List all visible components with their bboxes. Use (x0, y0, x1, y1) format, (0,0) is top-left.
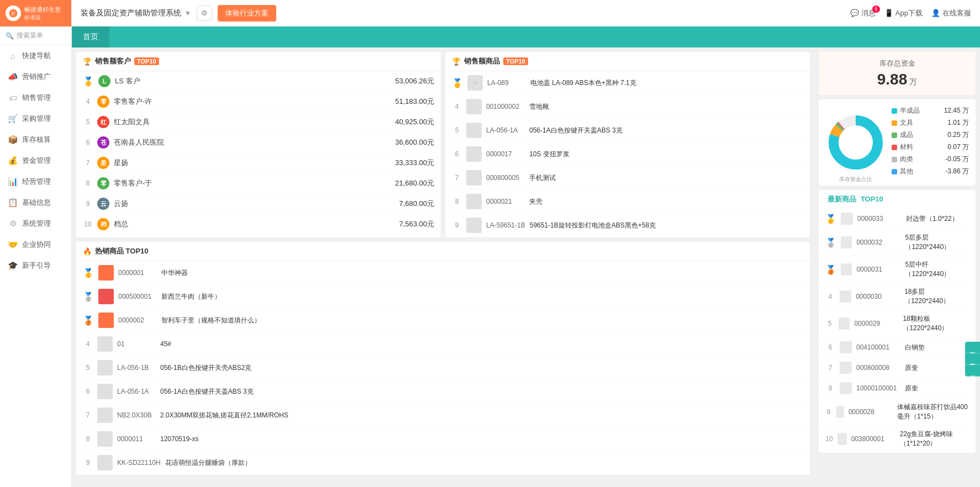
sidebar-item-basic-info[interactable]: 📋 基础信息 (0, 192, 71, 213)
settings-button[interactable]: ⚙ (197, 6, 212, 21)
float-btn-live[interactable]: 直播 (965, 365, 980, 377)
legend-item: 半成品 12.45 万 (892, 106, 969, 115)
table-row: 5 0000029 18颗粒板（1220*2440） (819, 310, 976, 337)
content-body: 🏆 销售额客户 TOP10 🥇 L LS 客户 53,006.26元 (72, 47, 980, 487)
product-name: 59651-1B旋转投影灯电池盒ABS黑色+58克 (530, 221, 656, 230)
sidebar-search[interactable]: 🔍 搜索菜单 (0, 27, 71, 45)
table-row: 6 苍 苍南县人民医院 36,600.00元 (76, 133, 441, 153)
sidebar-item-system[interactable]: ⚙ 系统管理 (0, 213, 71, 234)
sidebar-item-home[interactable]: ⌂ 快捷导航 (0, 45, 71, 66)
avatar: 星 (97, 157, 109, 169)
fire-icon: 🔥 (83, 247, 92, 256)
inventory-value: 9.88 (877, 71, 908, 88)
table-row: 5 LA-056-1A 056-1A白色按键开关盖ABS 3克 (445, 119, 810, 142)
product-image (97, 360, 113, 375)
message-icon: 💬 (850, 9, 859, 17)
trial-button[interactable]: 体验行业方案 (218, 5, 276, 22)
product-name: 花语萌恒温分腿睡袋（厚款） (165, 458, 251, 468)
product-name: 雪地靴 (529, 102, 549, 112)
product-code: 01 (117, 340, 156, 348)
table-row: 9 云 云扬 7,680.00元 (76, 194, 441, 214)
product-image (466, 218, 482, 233)
product-code: KK-SD22110H (117, 459, 161, 467)
sidebar-item-finance[interactable]: 💰 资金管理 (0, 150, 71, 171)
messages-button[interactable]: 💬 消息 6 (850, 8, 876, 18)
table-row: 4 01 45# (76, 332, 810, 356)
customer-name: LS 客户 (115, 76, 391, 86)
tab-home[interactable]: 首页 (72, 27, 109, 47)
product-code: LA-056-1A (117, 388, 156, 395)
table-row: 🥇 Ai LA-089 电池盖 LA-089 ABS本色+黑种 7.1克 (445, 71, 810, 95)
hot-products-list: 🥇 0000001 中华神器 🥈 000500001 新西兰牛肉（新牛） (76, 261, 810, 475)
product-name: 原奎 (905, 363, 918, 373)
product-name: 18多层（1220*2440） (904, 287, 969, 306)
rank-num: 8 (83, 435, 93, 443)
table-row: 5 LA-056-1B 056-1B白色按键开关壳ABS2克 (76, 356, 810, 380)
tab-bar: 首页 (72, 27, 980, 47)
sidebar-item-guide[interactable]: 🎓 新手引导 (0, 255, 71, 276)
product-image (836, 406, 844, 418)
system-selector[interactable]: 装备及固定资产辅助管理系统 ▼ (81, 8, 191, 18)
sidebar-item-inventory[interactable]: 📦 库存核算 (0, 129, 71, 150)
product-image (840, 362, 852, 374)
product-name: 封边带（1.0*22） (906, 214, 958, 224)
medal-icon: 🥇 (83, 76, 94, 87)
rank-num: 5 (452, 126, 462, 134)
product-code: 0000033 (857, 215, 902, 223)
product-code: 10000100001 (856, 384, 900, 392)
rank-num: 9 (83, 459, 93, 467)
rank-num: 8 (825, 384, 835, 392)
sidebar-item-sales[interactable]: 🏷 销售管理 (0, 87, 71, 108)
donut-chart-section: 库存资金占比 半成品 12.45 万 文具 1.01 万 (819, 99, 976, 186)
product-name: 22g鱼豆腐-烧烤味（1*12*20） (900, 430, 969, 448)
online-service-button[interactable]: 👤 在线客服 (931, 8, 971, 18)
sidebar-item-operations[interactable]: 📊 经营管理 (0, 171, 71, 192)
product-code: LA-089 (487, 79, 526, 87)
donut-label: 库存资金占比 (825, 176, 886, 183)
app-download-button[interactable]: 📱 App下载 (884, 8, 923, 18)
product-code: 0000031 (856, 266, 900, 273)
product-image (840, 290, 852, 303)
table-row: 9 0000028 体械嘉枝味苏打饮品400毫升（1*15） (819, 399, 976, 426)
sidebar-item-marketing[interactable]: 📣 营销推广 (0, 66, 71, 87)
customer-amount: 53,006.26元 (395, 76, 434, 86)
product-image (97, 455, 113, 470)
table-row: 9 LA-59651-1B 59651-1B旋转投影灯电池盒ABS黑色+58克 (445, 214, 810, 237)
product-image (466, 170, 482, 186)
rank-num: 4 (452, 103, 462, 110)
purchase-icon: 🛒 (8, 114, 18, 124)
product-code: 003800001 (851, 435, 895, 443)
rank-num: 8 (83, 179, 93, 187)
home-icon: ⌂ (8, 51, 18, 61)
medal-icon: 🥈 (83, 292, 94, 302)
latest-products-card: 最新商品 TOP10 🥇 0000033 封边带（1.0*22） 🥈 (819, 190, 976, 453)
donut-svg (825, 112, 886, 173)
table-row: 🥇 L LS 客户 53,006.26元 (76, 71, 441, 92)
product-code: 000800008 (856, 364, 900, 372)
warehouse-icon: 📦 (8, 135, 18, 145)
rank-num: 9 (83, 200, 93, 208)
legend-color (892, 120, 897, 126)
sidebar-item-purchase[interactable]: 🛒 采购管理 (0, 108, 71, 129)
customer-name: 红太阳文具 (114, 117, 391, 127)
float-btn-community[interactable]: 服务社区 (965, 353, 980, 365)
manage-icon: 📊 (8, 177, 18, 187)
float-btn-service[interactable]: 客服热线 (965, 342, 980, 353)
product-code: 0000032 (856, 239, 900, 246)
medal-icon: 🥉 (825, 264, 836, 275)
sidebar-item-collab[interactable]: 🤝 企业协同 (0, 234, 71, 255)
legend: 半成品 12.45 万 文具 1.01 万 成品 0.25 万 (892, 106, 969, 179)
product-code: 000800005 (486, 174, 525, 182)
product-code: LA-59651-1B (486, 221, 525, 229)
top-badge: TOP10 (134, 57, 159, 65)
customer-name: 档总 (114, 219, 394, 229)
hot-products-card: 🔥 热销商品 TOP10 🥇 0000001 中华神器 🥈 (76, 242, 810, 475)
product-name: 056-1A白色按键开关盖ABS 3克 (529, 126, 623, 135)
avatar: 苍 (97, 136, 109, 149)
product-code: 0000002 (118, 316, 157, 324)
legend-item: 材料 0.07 万 (892, 142, 969, 152)
medal-icon: 🥈 (825, 237, 836, 248)
rank-num: 6 (83, 388, 93, 395)
rank-num: 7 (452, 174, 462, 182)
product-image (97, 407, 113, 423)
